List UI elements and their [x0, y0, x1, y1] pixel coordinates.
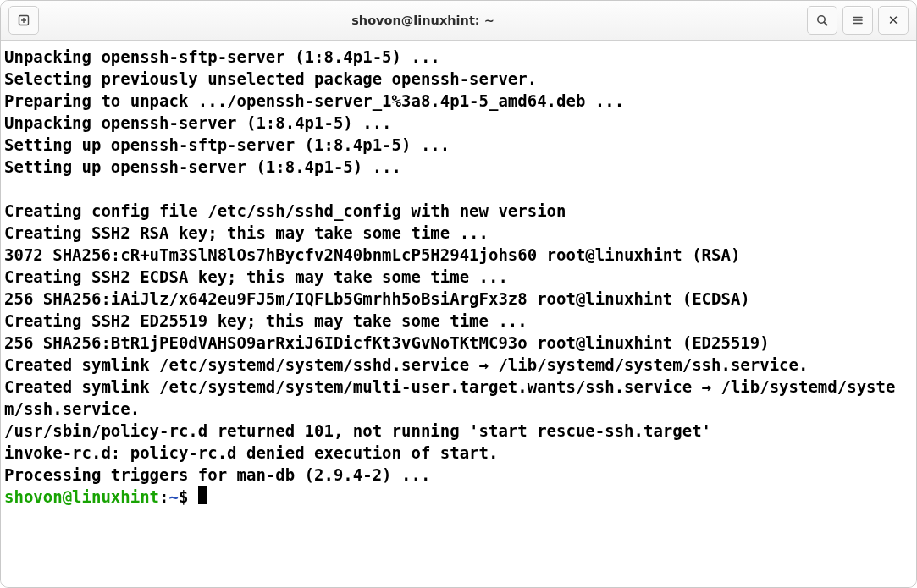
prompt-user-host: shovon@linuxhint [4, 487, 159, 506]
terminal-window: shovon@linuxhint: ~ ✕ Unpacking openssh-… [0, 0, 917, 588]
cursor [198, 486, 207, 504]
search-button[interactable] [807, 6, 837, 35]
close-button[interactable]: ✕ [878, 6, 909, 35]
prompt-separator: : [159, 487, 168, 506]
prompt-path: ~ [168, 487, 178, 506]
hamburger-icon [851, 14, 865, 27]
titlebar: shovon@linuxhint: ~ ✕ [1, 1, 916, 41]
new-tab-button[interactable] [8, 6, 39, 35]
window-title: shovon@linuxhint: ~ [41, 14, 804, 27]
close-icon: ✕ [888, 14, 899, 27]
terminal-output[interactable]: Unpacking openssh-sftp-server (1:8.4p1-5… [1, 41, 916, 587]
new-tab-icon [17, 14, 30, 27]
menu-button[interactable] [842, 6, 873, 35]
svg-line-4 [824, 22, 826, 25]
search-icon [815, 14, 829, 27]
prompt-symbol: $ [179, 487, 188, 506]
terminal-text: Unpacking openssh-sftp-server (1:8.4p1-5… [4, 47, 895, 484]
